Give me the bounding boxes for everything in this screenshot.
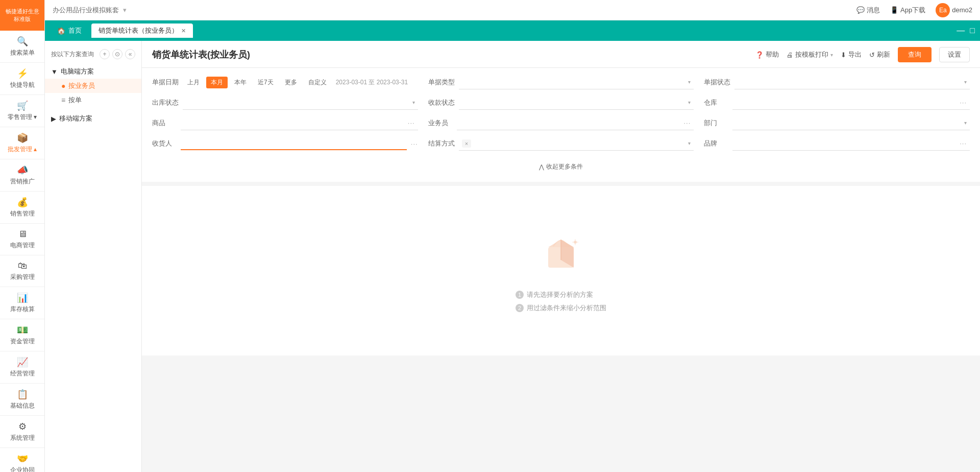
receiver-dots-icon[interactable]: ··· xyxy=(411,140,418,148)
sidebar-item-system[interactable]: ⚙ 系统管理 xyxy=(0,416,44,448)
goods-select[interactable]: ··· xyxy=(181,116,418,130)
doc-status-label: 单据状态 xyxy=(704,78,730,87)
warehouse-dots-icon[interactable]: ··· xyxy=(960,99,967,106)
sidebar-item-label: 快捷导航 xyxy=(10,81,35,89)
sidebar-item-sales[interactable]: 💰 销售管理 xyxy=(0,192,44,224)
salesperson-dots-icon[interactable]: ··· xyxy=(684,119,691,127)
sidebar-item-label: 库存核算 xyxy=(10,305,35,314)
brand-select[interactable]: ··· xyxy=(732,136,970,151)
department-label: 部门 xyxy=(704,119,728,128)
template-print-button[interactable]: 🖨 按模板打印 ▾ xyxy=(787,50,833,59)
tree-group-desktop-title[interactable]: ▼ 电脑端方案 xyxy=(45,64,141,79)
chevron-down-icon[interactable]: ▾ xyxy=(123,6,127,14)
sidebar-item-ecommerce[interactable]: 🖥 电商管理 xyxy=(0,224,44,255)
doc-status-chevron-icon: ▾ xyxy=(964,79,967,85)
date-btn-last-month[interactable]: 上月 xyxy=(183,77,204,88)
filter-section: 单据日期 上月 本月 本年 近7天 更多 自定义 2023-03-01 至 20… xyxy=(142,68,980,182)
sidebar-item-marketing[interactable]: 📣 营销推广 xyxy=(0,159,44,192)
receiver-input[interactable] xyxy=(181,137,407,150)
sidebar-item-label: 搜索菜单 xyxy=(10,49,35,57)
sidebar-item-operations[interactable]: 📈 经营管理 xyxy=(0,351,44,384)
refresh-icon: ↺ xyxy=(869,51,875,59)
salesperson-select[interactable]: ··· xyxy=(457,116,694,130)
sidebar-item-search[interactable]: 🔍 搜索菜单 xyxy=(0,31,44,63)
left-panel-title: 按以下方案查询 xyxy=(51,50,94,59)
message-label: 消息 xyxy=(867,6,880,15)
basic-icon: 📋 xyxy=(17,389,28,400)
ecommerce-icon: 🖥 xyxy=(18,229,27,240)
settlement-select[interactable]: × ▾ xyxy=(459,136,694,151)
main-area: 办公用品行业模拟账套 ▾ 💬 消息 📱 App下载 Ea demo2 🏠 首页 … xyxy=(45,0,980,472)
finance-icon: 💵 xyxy=(17,324,28,336)
receipt-status-select[interactable]: ▾ xyxy=(459,96,694,110)
sidebar-item-retail[interactable]: 🛒 零售管理 ▾ xyxy=(0,95,44,127)
refresh-button[interactable]: ↺ 刷新 xyxy=(869,50,890,59)
tree-child-by-salesperson[interactable]: ● 按业务员 xyxy=(45,79,141,93)
date-btn-this-year[interactable]: 本年 xyxy=(230,77,251,88)
warehouse-select[interactable]: ··· xyxy=(732,96,970,110)
tab-sales-report-label: 销货单统计表（按业务员） xyxy=(99,26,178,35)
filter-date: 单据日期 上月 本月 本年 近7天 更多 自定义 2023-03-01 至 20… xyxy=(152,77,418,88)
page-actions: ❓ 帮助 🖨 按模板打印 ▾ ⬇ 导出 ↺ 刷新 xyxy=(755,47,970,62)
sidebar-item-basic[interactable]: 📋 基础信息 xyxy=(0,384,44,416)
sidebar-item-label: 经营管理 xyxy=(10,369,35,378)
collapse-panel-button[interactable]: « xyxy=(125,49,135,59)
date-btn-last-7days[interactable]: 近7天 xyxy=(253,77,278,88)
tab-sales-report[interactable]: 销货单统计表（按业务员） ✕ xyxy=(91,23,193,38)
page-title-bar: 销货单统计表(按业务员) ❓ 帮助 🖨 按模板打印 ▾ ⬇ 导出 xyxy=(142,41,980,68)
tree-group-mobile-title[interactable]: ▶ 移动端方案 xyxy=(45,111,141,126)
message-action[interactable]: 💬 消息 xyxy=(856,6,880,15)
query-button[interactable]: 查询 xyxy=(898,47,932,62)
user-action[interactable]: Ea demo2 xyxy=(936,3,972,17)
settings-button[interactable]: 设置 xyxy=(939,47,970,62)
out-status-select[interactable]: ▾ xyxy=(183,96,418,110)
sidebar-item-purchase[interactable]: 🛍 采购管理 xyxy=(0,255,44,287)
out-status-chevron-icon: ▾ xyxy=(412,100,415,105)
goods-dots-icon[interactable]: ··· xyxy=(408,119,415,127)
filter-receipt-status: 收款状态 ▾ xyxy=(428,96,694,110)
page-title: 销货单统计表(按业务员) xyxy=(152,49,250,61)
top-header: 办公用品行业模拟账套 ▾ 💬 消息 📱 App下载 Ea demo2 xyxy=(45,0,980,20)
help-button[interactable]: ❓ 帮助 xyxy=(755,50,779,59)
empty-tip-2: 2 用过滤条件来缩小分析范围 xyxy=(516,301,606,315)
salesperson-label: 业务员 xyxy=(428,119,453,128)
empty-tip-1: 1 请先选择要分析的方案 xyxy=(516,288,606,301)
export-icon: ⬇ xyxy=(841,51,846,59)
order-icon: ≡ xyxy=(61,96,65,104)
date-btn-this-month[interactable]: 本月 xyxy=(206,77,228,88)
app-download-action[interactable]: 📱 App下载 xyxy=(890,6,925,15)
receipt-status-label: 收款状态 xyxy=(428,98,455,107)
sidebar-item-enterprise[interactable]: 🤝 企业协同 xyxy=(0,448,44,472)
sidebar-item-label: 资金管理 xyxy=(10,337,35,346)
scheme-settings-button[interactable]: ⊙ xyxy=(112,49,122,59)
tree-child-by-order[interactable]: ≡ 按单 xyxy=(45,93,141,107)
doc-type-select[interactable]: ▾ xyxy=(459,75,694,89)
collapse-button[interactable]: ⋀ 收起更多条件 xyxy=(534,161,588,173)
brand-dots-icon[interactable]: ··· xyxy=(960,139,967,147)
out-status-label: 出库状态 xyxy=(152,98,179,107)
filter-row-4: 收货人 ··· 结算方式 × ▾ 品牌 xyxy=(152,136,970,151)
sidebar-item-quicknav[interactable]: ⚡ 快捷导航 xyxy=(0,63,44,95)
sidebar-item-wholesale[interactable]: 📦 批发管理 ▴ xyxy=(0,127,44,159)
doc-status-select[interactable]: ▾ xyxy=(734,75,970,89)
settlement-tag-x[interactable]: × xyxy=(465,140,468,147)
date-btn-more[interactable]: 更多 xyxy=(280,77,302,88)
tab-minimize-icon[interactable]: — xyxy=(957,26,965,35)
department-select[interactable]: ▾ xyxy=(732,116,970,130)
tree-expand-icon: ▼ xyxy=(51,68,58,76)
empty-icon xyxy=(535,227,586,278)
export-button[interactable]: ⬇ 导出 xyxy=(841,50,862,59)
tree-child-order-label: 按单 xyxy=(68,96,82,105)
sidebar-logo-subtext: 标准版 xyxy=(14,15,31,23)
tab-home[interactable]: 🏠 首页 xyxy=(50,23,89,38)
active-dot-icon: ● xyxy=(61,82,65,90)
tab-close-icon[interactable]: ✕ xyxy=(181,28,186,34)
date-btn-custom[interactable]: 自定义 xyxy=(304,77,331,88)
tab-maximize-icon[interactable]: □ xyxy=(970,26,975,35)
filter-row-3: 商品 ··· 业务员 ··· 部门 xyxy=(152,116,970,130)
sidebar-item-finance[interactable]: 💵 资金管理 xyxy=(0,319,44,351)
add-scheme-button[interactable]: + xyxy=(100,49,110,59)
empty-tips: 1 请先选择要分析的方案 2 用过滤条件来缩小分析范围 xyxy=(516,288,606,315)
tab-bar: 🏠 首页 销货单统计表（按业务员） ✕ — □ xyxy=(45,20,980,41)
sidebar-item-inventory[interactable]: 📊 库存核算 xyxy=(0,287,44,319)
